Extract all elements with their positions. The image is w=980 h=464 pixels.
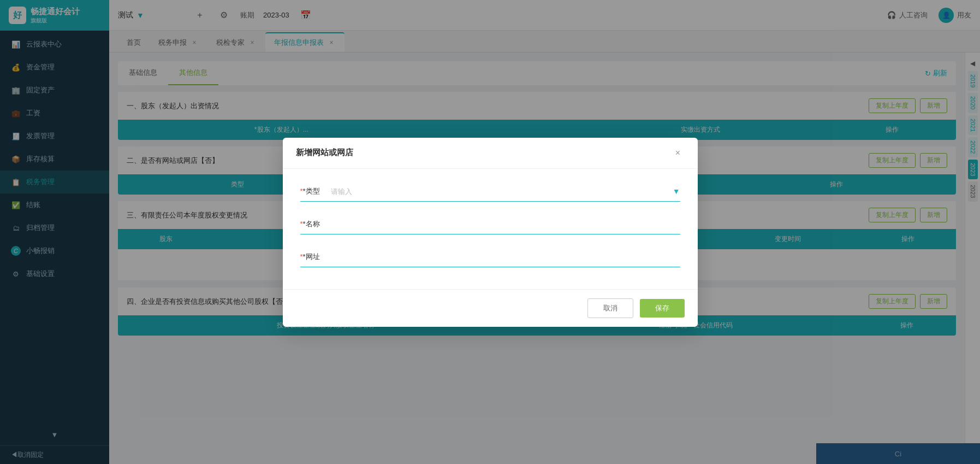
- modal-body: **类型 ▼ **名称 **网址: [283, 169, 698, 289]
- modal-header: 新增网站或网店 ×: [283, 138, 698, 169]
- save-button[interactable]: 保存: [640, 299, 685, 318]
- name-label: **名称: [300, 219, 326, 229]
- type-input[interactable]: [326, 185, 673, 198]
- modal-add-website: 新增网站或网店 × **类型 ▼ **名称: [283, 138, 698, 327]
- type-control-wrapper: **类型 ▼: [300, 182, 680, 202]
- url-field: **网址: [300, 248, 680, 267]
- cancel-button[interactable]: 取消: [587, 298, 633, 318]
- type-dropdown-icon[interactable]: ▼: [673, 187, 680, 196]
- modal-overlay[interactable]: 新增网站或网店 × **类型 ▼ **名称: [0, 0, 980, 464]
- modal-close-button[interactable]: ×: [672, 146, 685, 160]
- url-control-wrapper: **网址: [300, 248, 680, 267]
- name-input[interactable]: [326, 218, 680, 231]
- modal-title: 新增网站或网店: [296, 148, 353, 158]
- modal-footer: 取消 保存: [283, 289, 698, 327]
- url-input[interactable]: [326, 251, 680, 263]
- name-control-wrapper: **名称: [300, 215, 680, 234]
- type-label: **类型: [300, 186, 326, 196]
- type-field: **类型 ▼: [300, 182, 680, 202]
- name-field: **名称: [300, 215, 680, 234]
- url-required: *: [300, 252, 303, 261]
- url-label: **网址: [300, 252, 326, 262]
- type-required: *: [300, 187, 303, 195]
- name-required: *: [300, 220, 303, 228]
